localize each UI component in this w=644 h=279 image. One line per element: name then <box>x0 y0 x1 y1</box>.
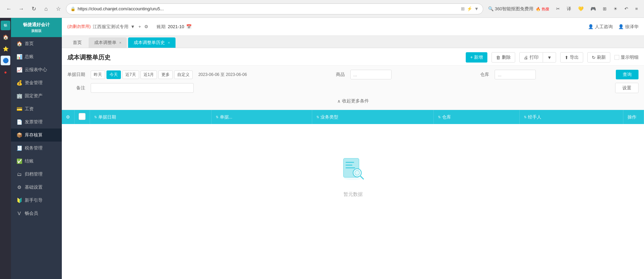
calendar-icon[interactable]: 📅 <box>186 24 192 29</box>
icon-rail-active[interactable]: 🔵 <box>1 56 10 65</box>
tab-cost-adjust-close[interactable]: × <box>119 41 121 45</box>
sidebar-item-invoice-label: 发票管理 <box>25 119 43 125</box>
goods-selector[interactable]: ... <box>350 70 392 79</box>
sidebar-item-assets[interactable]: 🏢 固定资产 <box>11 89 62 102</box>
table-header-row: ⚙ ⇅ 单据日期 <box>62 110 644 124</box>
ledger-icon: 📊 <box>16 54 22 59</box>
user-action[interactable]: 👤 徐泽华 <box>618 24 639 30</box>
sidebar-item-close-label: 结账 <box>25 158 34 164</box>
settings-col-icon: ⚙ <box>66 114 70 120</box>
date-custom[interactable]: 自定义 <box>174 70 193 79</box>
funds-icon: 💰 <box>16 80 22 86</box>
company-selector[interactable]: (勿删勿禁用) 江西服宝测试专用 ▼ + ⚙ <box>67 24 148 30</box>
add-icon: + <box>138 24 141 29</box>
star-button[interactable]: ☆ <box>54 4 63 14</box>
select-all-checkbox[interactable] <box>79 113 86 120</box>
sidebar-item-ledger[interactable]: 📊 总账 <box>11 50 62 63</box>
inventory-icon: 📦 <box>16 132 22 138</box>
logo-sub-text: 旗舰版 <box>31 29 42 33</box>
home-button[interactable]: ⌂ <box>41 4 51 14</box>
forward-button[interactable]: → <box>16 4 26 14</box>
note-input[interactable] <box>91 83 194 93</box>
assets-icon: 🏢 <box>16 93 22 99</box>
sort-biz-icon: ⇅ <box>316 115 319 119</box>
sidebar-item-archive[interactable]: 🗂 归档管理 <box>11 168 62 181</box>
scissors-icon[interactable]: ✂ <box>554 5 562 13</box>
icon-rail-chanjet[interactable]: 畅 <box>1 21 10 30</box>
th-number[interactable]: ⇅ 单据... <box>211 110 312 124</box>
th-checkbox[interactable] <box>75 110 90 124</box>
sidebar-item-settings-label: 基础设置 <box>25 184 43 190</box>
export-button[interactable]: ⬆ 导出 <box>560 52 583 63</box>
wallet-icon[interactable]: 💛 <box>576 5 586 13</box>
query-button[interactable]: 查询 <box>616 70 639 79</box>
sidebar-item-reports[interactable]: 📈 云报表中心 <box>11 63 62 76</box>
sidebar-item-settings[interactable]: ⚙ 基础设置 <box>11 181 62 194</box>
print-dropdown-button[interactable]: ▼ <box>543 52 556 63</box>
delete-icon: 🗑 <box>496 55 500 60</box>
th-warehouse[interactable]: ⇅ 仓库 <box>433 110 519 124</box>
sidebar-item-reports-label: 云报表中心 <box>25 67 47 73</box>
tab-cost-adjust[interactable]: 成本调整单 × <box>89 37 127 48</box>
period-info: 账期 2021-10 📅 <box>157 24 192 30</box>
vip-icon: V <box>16 211 22 216</box>
icon-rail-red[interactable]: ● <box>1 67 10 77</box>
print-icon: 🖨 <box>524 55 528 60</box>
sidebar-item-close[interactable]: ✅ 结账 <box>11 155 62 168</box>
refresh-button[interactable]: ↻ 刷新 <box>587 52 610 63</box>
goods-filter-label: 商品 <box>327 71 345 78</box>
sidebar-item-home[interactable]: 🏠 首页 <box>11 37 62 50</box>
back-button[interactable]: ← <box>4 4 14 14</box>
menu-icon[interactable]: ≡ <box>633 5 640 13</box>
sidebar-item-home-label: 首页 <box>25 41 34 47</box>
filter-row-note: 备注 设置 <box>67 83 639 93</box>
undo-icon[interactable]: ↶ <box>622 5 630 13</box>
warehouse-placeholder: ... <box>498 72 501 77</box>
icon-rail-star[interactable]: ⭐ <box>1 44 10 54</box>
brightness-icon[interactable]: ☀ <box>611 5 620 13</box>
th-handler[interactable]: ⇅ 经手人 <box>519 110 623 124</box>
print-button[interactable]: 🖨 打印 <box>519 52 543 63</box>
sidebar-item-funds[interactable]: 💰 资金管理 <box>11 76 62 89</box>
sidebar-item-invoice[interactable]: 📄 发票管理 <box>11 115 62 129</box>
th-settings[interactable]: ⚙ <box>62 110 75 124</box>
sidebar-item-salary[interactable]: 💳 工资 <box>11 102 62 115</box>
date-more[interactable]: 更多 <box>158 70 173 79</box>
search-bar[interactable]: 🔍 360智能抠图免费用 🔥 热搜 <box>486 4 552 13</box>
date-today[interactable]: 今天 <box>106 70 121 79</box>
period-value: 2021-10 <box>168 24 184 29</box>
sidebar-item-vip[interactable]: V 畅会员 <box>11 207 62 220</box>
icon-rail-home[interactable]: 🏠 <box>1 32 10 42</box>
delete-button[interactable]: 🗑 删除 <box>492 52 515 63</box>
logo-main-text: 畅捷通好会计 <box>23 22 50 28</box>
service-action[interactable]: 👤 人工咨询 <box>588 24 613 30</box>
sidebar-item-vip-label: 畅会员 <box>25 210 38 216</box>
tab-cost-adjust-history-close[interactable]: × <box>168 41 170 45</box>
tab-cost-adjust-history-label: 成本调整单历史 <box>134 40 165 46</box>
th-date[interactable]: ⇅ 单据日期 <box>90 110 212 124</box>
goods-placeholder: ... <box>353 72 357 77</box>
sidebar-item-guide[interactable]: 🔰 新手引导 <box>11 194 62 207</box>
game-icon[interactable]: 🎮 <box>588 5 598 13</box>
date-7days[interactable]: 近7天 <box>122 70 139 79</box>
icon-rail: 畅 🏠 ⭐ 🔵 ● <box>0 18 11 279</box>
tab-home[interactable]: 首页 <box>67 37 87 48</box>
address-bar[interactable]: 🔒 https://cloud.chanjet.com/accounting/u… <box>66 3 483 14</box>
sidebar-item-tax[interactable]: 🧾 税务管理 <box>11 142 62 155</box>
sidebar-item-inventory[interactable]: 📦 库存核算 <box>11 129 62 142</box>
grid-icon[interactable]: ⊞ <box>601 5 609 13</box>
display-toggle[interactable]: 显示明细 <box>614 54 639 60</box>
setting-button[interactable]: 设置 <box>615 83 639 93</box>
refresh-button[interactable]: ↻ <box>29 4 38 14</box>
new-button[interactable]: + 新增 <box>466 52 487 63</box>
date-1month[interactable]: 近1月 <box>140 70 157 79</box>
collapse-button[interactable]: ∧ 收起更多条件 <box>335 97 372 105</box>
th-biz-type[interactable]: ⇅ 业务类型 <box>312 110 434 124</box>
translate-icon[interactable]: 译 <box>565 4 573 13</box>
warehouse-selector[interactable]: ... <box>495 70 536 79</box>
close-books-icon: ✅ <box>16 158 22 164</box>
date-yesterday[interactable]: 昨天 <box>91 70 105 79</box>
tab-cost-adjust-history[interactable]: 成本调整单历史 × <box>128 37 175 48</box>
sidebar-item-inventory-label: 库存核算 <box>25 132 43 138</box>
table-container: ⚙ ⇅ 单据日期 <box>62 110 644 225</box>
